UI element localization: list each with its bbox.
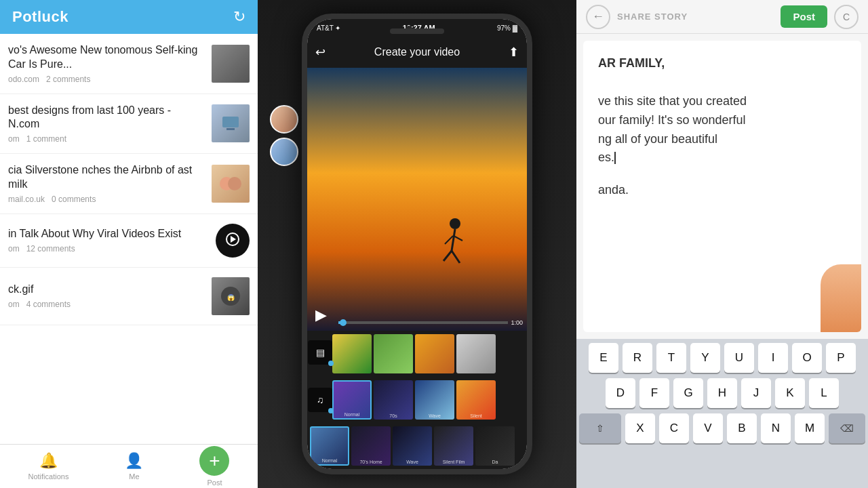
key-d[interactable]: D: [606, 378, 635, 408]
list-item[interactable]: vo's Awesome New tonomous Self-king Car …: [0, 34, 258, 94]
key-y[interactable]: Y: [690, 343, 720, 373]
options-button[interactable]: C: [834, 5, 859, 29]
bbs-cell-5[interactable]: Da: [475, 426, 515, 466]
avatar-1: [270, 105, 298, 134]
svg-rect-1: [226, 128, 235, 130]
post-button[interactable]: Post: [781, 5, 827, 28]
refresh-icon[interactable]: ↻: [233, 8, 245, 26]
feed-item-title: ck.gif: [8, 283, 205, 297]
svg-point-6: [450, 218, 460, 229]
bbs-cell-3[interactable]: Wave: [393, 426, 432, 466]
bbs-cell-4[interactable]: Silent Film: [434, 426, 473, 466]
key-f[interactable]: F: [639, 378, 669, 408]
bbs-label-4: Silent Film: [434, 460, 473, 464]
key-c[interactable]: C: [659, 413, 689, 443]
filter-cell-2[interactable]: 70s: [374, 380, 413, 420]
key-u[interactable]: U: [724, 343, 754, 373]
play-button[interactable]: ▶: [315, 306, 327, 324]
key-l[interactable]: L: [809, 378, 839, 408]
phone-screen: AT&T ✦ 10:27 AM 97% ▓ ↩ Create your vide…: [307, 19, 527, 469]
filter-strip: ♫ Normal 70s Wave Silent: [307, 377, 527, 423]
me-icon: 👤: [125, 452, 143, 470]
key-t[interactable]: T: [656, 343, 686, 373]
key-o[interactable]: O: [792, 343, 822, 373]
list-item[interactable]: best designs from last 100 years - N.com…: [0, 94, 258, 155]
key-k[interactable]: K: [775, 378, 805, 408]
timeline-counter: 1:00: [511, 319, 523, 326]
thumb-cell-4[interactable]: [456, 334, 496, 373]
list-item[interactable]: cia Silverstone nches the Airbnb of ast …: [0, 154, 258, 214]
svg-text:😱: 😱: [227, 293, 235, 302]
feed-item-title: vo's Awesome New tonomous Self-king Car …: [8, 43, 205, 72]
key-h[interactable]: H: [707, 378, 737, 408]
svg-line-8: [443, 251, 452, 261]
feed-item-meta: om 1 comment: [8, 134, 205, 144]
shift-key[interactable]: ⇧: [579, 413, 621, 443]
key-e[interactable]: E: [589, 343, 618, 373]
film-glyph: ▤: [316, 347, 325, 358]
bbs-label-2: 70's Home: [351, 460, 391, 464]
kb-row-3: ⇧ X C V B N M ⌫: [579, 413, 865, 443]
person-avatar: [821, 264, 861, 332]
filter-label-4: Silent: [456, 413, 496, 418]
svg-line-10: [445, 236, 453, 244]
phone-mockup: AT&T ✦ 10:27 AM 97% ▓ ↩ Create your vide…: [302, 14, 532, 474]
phone-speaker: [390, 28, 444, 34]
key-v[interactable]: V: [693, 413, 723, 443]
left-panel: Potluck ↻ vo's Awesome New tonomous Self…: [0, 0, 258, 488]
video-preview[interactable]: ▶ 1:00: [307, 68, 527, 331]
key-g[interactable]: G: [673, 378, 703, 408]
right-header: ← SHARE STORY Post C: [576, 0, 868, 34]
svg-point-3: [228, 177, 241, 190]
share-icon[interactable]: ⬆: [509, 45, 519, 60]
text-cursor: [614, 152, 616, 164]
filter-strip-icons: ♫: [310, 388, 330, 412]
svg-line-7: [452, 229, 455, 251]
back-icon[interactable]: ↩: [315, 45, 326, 60]
feed-thumb-computer: [212, 104, 250, 142]
thumb-cell-2[interactable]: [374, 334, 413, 373]
timeline-track: [338, 321, 508, 324]
filter-cell-4[interactable]: Silent: [456, 380, 496, 420]
feed-item-meta: mail.co.uk 0 comments: [8, 195, 205, 204]
nav-notifications[interactable]: 🔔 Notifications: [28, 452, 69, 481]
post-label: Post: [207, 479, 222, 487]
feed-item-meta: odo.com 2 comments: [8, 75, 205, 84]
music-icon[interactable]: ♫: [308, 388, 332, 412]
battery-text: 97% ▓: [497, 24, 517, 32]
feed-item-title: cia Silverstone nches the Airbnb of ast …: [8, 163, 205, 192]
signoff-text: anda.: [598, 181, 846, 199]
bbs-cell-2[interactable]: 70's Home: [351, 426, 391, 466]
thumb-cell-1[interactable]: [332, 334, 372, 373]
nav-post-container: + Post: [199, 446, 229, 487]
key-b[interactable]: B: [727, 413, 757, 443]
list-item[interactable]: ck.gif om 4 comments 😱: [0, 268, 258, 325]
list-item[interactable]: in Talk About Why Viral Videos Exist om …: [0, 214, 258, 268]
key-n[interactable]: N: [761, 413, 791, 443]
key-j[interactable]: J: [741, 378, 771, 408]
nav-me[interactable]: 👤 Me: [125, 452, 143, 481]
back-button-right[interactable]: ←: [586, 5, 610, 29]
app-bar-title: Create your video: [326, 46, 509, 58]
thumb-strip-1: ▤: [307, 331, 527, 377]
filmstrip-icon[interactable]: ▤: [308, 340, 332, 365]
editor-area[interactable]: AR FAMILY, ve this site that you created…: [583, 41, 861, 332]
filter-label-2: 70s: [374, 413, 413, 418]
notifications-icon: 🔔: [39, 452, 58, 470]
filter-cell-3[interactable]: Wave: [415, 380, 454, 420]
bottom-bar-strip: Normal 70's Home Wave Silent Film Da: [307, 423, 527, 469]
key-r[interactable]: R: [623, 343, 652, 373]
delete-key[interactable]: ⌫: [829, 413, 865, 443]
feed-item-text: in Talk About Why Viral Videos Exist om …: [8, 227, 209, 253]
bbs-cell-1[interactable]: Normal: [310, 426, 349, 466]
filter-cell-1[interactable]: Normal: [332, 380, 372, 420]
key-p[interactable]: P: [826, 343, 856, 373]
thumb-cell-3[interactable]: [415, 334, 454, 373]
key-x[interactable]: X: [625, 413, 655, 443]
post-button[interactable]: +: [199, 446, 229, 476]
feed-item-title: best designs from last 100 years - N.com: [8, 104, 205, 132]
key-m[interactable]: M: [795, 413, 825, 443]
app-title: Potluck: [12, 8, 68, 26]
key-i[interactable]: I: [758, 343, 788, 373]
filter-label-3: Wave: [415, 413, 454, 418]
